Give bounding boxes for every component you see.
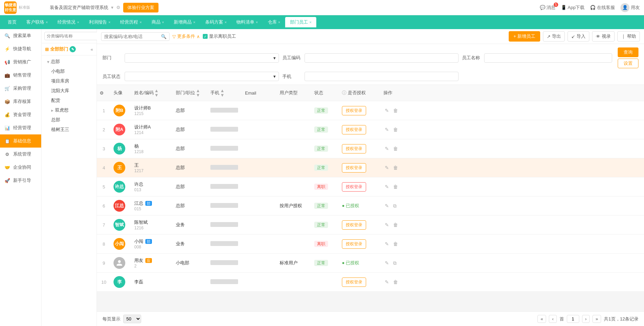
page-number-input[interactable]: [567, 315, 579, 323]
col-name-code[interactable]: 姓名/编码 ▲▼: [131, 85, 173, 101]
sidebar-item-basic[interactable]: 📋 基础信息: [0, 134, 41, 148]
dept-edit-icon[interactable]: ✎: [70, 46, 76, 52]
close-icon[interactable]: ×: [309, 20, 311, 24]
dept-node-xiaodibu[interactable]: 小电部: [42, 67, 97, 76]
edit-button[interactable]: ✎: [383, 202, 390, 209]
edit-button[interactable]: ✎: [383, 221, 390, 228]
edit-button[interactable]: ✎: [383, 164, 390, 171]
auth-login-button[interactable]: 授权登录: [342, 125, 366, 134]
close-icon[interactable]: ×: [108, 20, 110, 24]
close-icon[interactable]: ×: [256, 20, 258, 24]
next-page-button[interactable]: ›: [582, 315, 590, 323]
help-button[interactable]: ｜ 帮助: [617, 31, 640, 42]
filter-empcode-input[interactable]: [305, 53, 459, 63]
more-filter-btn[interactable]: ▽ 更多条件 ∧: [172, 33, 200, 39]
app-download[interactable]: 📱 App下载: [561, 5, 584, 11]
dept-search-input[interactable]: [44, 32, 101, 40]
edit-button[interactable]: ✎: [383, 107, 390, 114]
dept-node-distribution[interactable]: 配货: [42, 96, 97, 105]
sidebar-item-guide[interactable]: 🚀 新手引导: [0, 174, 41, 187]
close-icon[interactable]: ×: [46, 20, 48, 24]
col-phone[interactable]: 手机 ▲▼: [208, 85, 242, 101]
dept-node-shuanghu[interactable]: ▸ 双虎想: [42, 105, 97, 115]
add-employee-button[interactable]: + 新增员工: [509, 31, 540, 42]
prev-page-button[interactable]: ‹: [549, 315, 556, 323]
delete-button[interactable]: 🗑: [392, 279, 399, 285]
edit-button[interactable]: ✎: [383, 145, 390, 152]
delete-button[interactable]: 🗑: [392, 183, 399, 190]
show-resigned-toggle[interactable]: ✓ 显示离职员工: [203, 33, 236, 39]
auth-login-button[interactable]: 授权登录: [342, 220, 366, 230]
query-button[interactable]: 查询: [618, 47, 638, 57]
export-button[interactable]: ↗ 导出: [543, 31, 565, 42]
sidebar-item-ops[interactable]: 📊 经营管理: [0, 121, 41, 134]
sidebar-item-marketing[interactable]: 📢 营销推广: [0, 55, 41, 69]
dept-node-plant[interactable]: 植树王三: [42, 125, 97, 134]
message-icon[interactable]: 💬 5 消息: [540, 5, 556, 11]
edit-button[interactable]: ✎: [383, 240, 390, 247]
emp-search-input[interactable]: [104, 34, 160, 39]
per-page-select[interactable]: 50 100: [123, 315, 141, 323]
trial-button[interactable]: 体验行业方案: [123, 3, 158, 12]
dept-node-projectroom[interactable]: 项目库房: [42, 76, 97, 86]
tab-goods[interactable]: 商品 ×: [147, 17, 169, 27]
edit-button[interactable]: ✎: [383, 259, 390, 266]
close-icon[interactable]: ×: [278, 20, 280, 24]
auth-login-button[interactable]: 授权登录: [342, 106, 366, 115]
delete-button[interactable]: 🗑: [392, 164, 399, 171]
edit-button[interactable]: ✎: [383, 126, 390, 133]
copy-button[interactable]: ⧉: [392, 259, 398, 267]
col-settings[interactable]: ⚙: [97, 85, 111, 101]
emp-search-icon[interactable]: 🔍: [161, 34, 166, 39]
edit-button[interactable]: ✎: [383, 279, 390, 285]
close-icon[interactable]: ×: [193, 20, 195, 24]
import-button[interactable]: ↙ 导入: [568, 31, 589, 42]
tab-barcode[interactable]: 条码方案 ×: [200, 17, 232, 27]
sidebar-item-system[interactable]: ⚙ 系统管理: [0, 148, 41, 161]
sidebar-item-collab[interactable]: 🤝 企业协同: [0, 161, 41, 174]
sidebar-item-purchase[interactable]: 🛒 采购管理: [0, 82, 41, 95]
close-icon[interactable]: ×: [225, 20, 227, 24]
auth-login-button[interactable]: 授权登录: [342, 163, 366, 173]
sidebar-item-finance[interactable]: 💰 资金管理: [0, 108, 41, 121]
filter-empname-input[interactable]: [484, 53, 612, 63]
tab-customer[interactable]: 客户联络 ×: [21, 17, 53, 27]
delete-button[interactable]: 🗑: [392, 107, 399, 114]
reset-button[interactable]: 设置: [618, 59, 638, 68]
delete-button[interactable]: 🗑: [392, 126, 399, 133]
dropdown-arrow[interactable]: ▾: [111, 5, 114, 10]
sidebar-item-inventory[interactable]: 📦 库存核算: [0, 95, 41, 108]
close-icon[interactable]: ×: [139, 20, 142, 24]
col-dept-position[interactable]: 部门/职位 ▲▼: [173, 85, 208, 101]
close-icon[interactable]: ×: [162, 20, 164, 24]
first-page-button[interactable]: «: [537, 315, 546, 323]
view-button[interactable]: 👁 视录: [592, 31, 615, 42]
filter-status-select[interactable]: ▾: [125, 72, 279, 81]
tab-add-goods[interactable]: 新增商品 ×: [169, 17, 200, 27]
dept-node-shenyang[interactable]: 沈阳大库: [42, 86, 97, 96]
auth-login-button[interactable]: 授权登录: [342, 239, 366, 249]
online-service[interactable]: 🎧 在线客服: [590, 5, 615, 11]
dept-node-headquarter[interactable]: 总部: [42, 115, 97, 125]
delete-button[interactable]: 🗑: [392, 145, 399, 152]
filter-phone-input[interactable]: [305, 72, 459, 81]
tab-history[interactable]: 经营历程 ×: [115, 17, 146, 27]
auth-login-button[interactable]: 授权登录: [342, 144, 366, 153]
user-area[interactable]: 👤 用友: [620, 3, 640, 12]
sidebar-item-sales[interactable]: 💼 销售管理: [0, 69, 41, 82]
edit-button[interactable]: ✎: [383, 183, 390, 190]
filter-dept-select[interactable]: ▾: [125, 53, 279, 63]
tab-warehouse[interactable]: 仓库 ×: [263, 17, 285, 27]
delete-button[interactable]: 🗑: [392, 240, 399, 247]
dept-collapse-btn[interactable]: «: [91, 47, 93, 52]
copy-button[interactable]: ⧉: [392, 202, 398, 210]
sidebar-item-quicknav[interactable]: ⚡ 快捷导航: [0, 42, 41, 55]
tab-bom[interactable]: 物料清单 ×: [232, 17, 263, 27]
tab-home[interactable]: 首页: [3, 17, 21, 27]
auth-login-button[interactable]: 授权登录: [342, 277, 366, 287]
sidebar-item-search[interactable]: 🔍 搜索菜单: [0, 29, 41, 42]
tab-operations[interactable]: 经营情况 ×: [53, 17, 84, 27]
tab-profit[interactable]: 利润报告 ×: [84, 17, 115, 27]
close-icon[interactable]: ×: [77, 20, 79, 24]
settings-gear-icon[interactable]: ⚙: [116, 5, 120, 10]
